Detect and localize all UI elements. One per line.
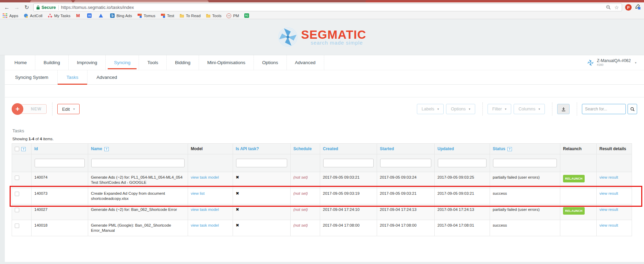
row-checkbox[interactable] xyxy=(15,176,19,180)
col-header-started[interactable]: Started xyxy=(377,144,435,154)
address-bar[interactable]: Secure https://tomus.segmatic.io/tasks/i… xyxy=(33,3,622,11)
bookmark-bing-ads[interactable]: bBing Ads xyxy=(110,13,132,18)
filter-input-updated[interactable] xyxy=(438,159,487,167)
view-model-link[interactable]: view task model xyxy=(191,207,219,212)
user-name: Z-ManualQA-#062 xyxy=(597,59,631,63)
export-download-button[interactable] xyxy=(557,104,570,114)
subtab-syncing-system[interactable]: Syncing System xyxy=(6,70,58,84)
col-header-is_api[interactable]: Is API task? xyxy=(233,144,291,154)
tab-syncing[interactable]: Syncing xyxy=(106,55,139,70)
bookmark-to-read[interactable]: To Read xyxy=(179,13,201,18)
subtab-advanced[interactable]: Advanced xyxy=(87,70,126,84)
table-header-row: ?IdName?ModelIs API task?ScheduleCreated… xyxy=(12,144,632,154)
col-header-status[interactable]: Status? xyxy=(490,144,560,154)
cell-started: 2017-09-04 17:08:00 xyxy=(377,220,435,236)
bookmark-gmail[interactable]: M xyxy=(75,13,82,18)
user-menu[interactable]: Z-ManualQA-#062 #280 ▾ xyxy=(587,55,636,70)
edit-button-label: Edit xyxy=(62,107,70,112)
bookmark-test[interactable]: Test xyxy=(161,13,174,18)
relaunch-button[interactable]: RELAUNCH xyxy=(563,207,585,215)
col-header-updated[interactable]: Updated xyxy=(435,144,490,154)
bookmark-tc[interactable]: TC xyxy=(244,13,251,18)
columns-button[interactable]: Columns▾ xyxy=(514,104,545,114)
calendar-icon: 31 xyxy=(87,13,92,18)
cell-is-api: ✖ xyxy=(233,172,291,188)
tab-tools[interactable]: Tools xyxy=(139,55,167,70)
segmatic-logo[interactable]: SEGMATIC search made simple xyxy=(278,27,366,47)
search-button[interactable] xyxy=(628,104,637,114)
tab-improving[interactable]: Improving xyxy=(69,55,106,70)
view-model-link[interactable]: view list xyxy=(191,191,204,195)
browser-tab[interactable] xyxy=(30,0,72,2)
labels-button[interactable]: Labels▾ xyxy=(417,104,444,114)
help-icon[interactable]: ? xyxy=(104,147,109,151)
cell-updated: 2017-09-05 09:03:21 xyxy=(435,188,490,204)
url-text[interactable]: https://tomus.segmatic.io/tasks/index xyxy=(61,5,604,10)
filter-input-created[interactable] xyxy=(323,159,374,167)
help-icon[interactable]: ? xyxy=(21,147,26,151)
filter-cell-started xyxy=(377,154,435,172)
select-all-checkbox[interactable] xyxy=(15,147,19,151)
brand-name: SEGMATIC xyxy=(301,29,366,40)
col-header-name[interactable]: Name? xyxy=(88,144,188,154)
tab-bidding[interactable]: Bidding xyxy=(167,55,199,70)
zoom-out-icon[interactable] xyxy=(606,5,611,10)
view-result-link[interactable]: view result xyxy=(599,207,618,212)
browser-tab-active[interactable] xyxy=(365,0,644,2)
bookmark-tomus[interactable]: Tomus xyxy=(137,13,155,18)
filter-button[interactable]: Filter▾ xyxy=(488,104,511,114)
face-icon xyxy=(226,13,231,18)
view-model-link[interactable]: view task model xyxy=(191,175,219,179)
schedule-value: (not set) xyxy=(293,207,308,212)
bookmark-tools[interactable]: Tools xyxy=(206,13,222,18)
secure-badge[interactable]: Secure xyxy=(36,5,56,10)
tab-advanced[interactable]: Advanced xyxy=(287,55,324,70)
row-checkbox[interactable] xyxy=(15,208,19,212)
labels-label: Labels xyxy=(422,107,434,111)
bookmark-my-tasks[interactable]: My Tasks xyxy=(48,13,71,18)
bookmark-star-icon[interactable]: ☆ xyxy=(614,4,619,11)
dot xyxy=(3,13,4,14)
filter-input-status[interactable] xyxy=(493,159,557,167)
extension-p-icon[interactable]: P xyxy=(625,4,632,11)
new-button[interactable]: NEW + xyxy=(12,103,47,115)
options-button[interactable]: Options▾ xyxy=(446,104,475,114)
tab-options[interactable]: Options xyxy=(254,55,287,70)
col-header-schedule[interactable]: Schedule xyxy=(291,144,320,154)
row-checkbox[interactable] xyxy=(15,192,19,196)
tab-home[interactable]: Home xyxy=(6,55,35,70)
tab-building[interactable]: Building xyxy=(35,55,69,70)
cell-model: view task model xyxy=(188,172,233,188)
task-row-140018: 140018Generate PML (Google): Ban_062_Sho… xyxy=(12,220,632,236)
bookmark-actcoll[interactable]: ActColl xyxy=(23,13,42,18)
help-icon[interactable]: ? xyxy=(507,147,512,151)
relaunch-button[interactable]: RELAUNCH xyxy=(563,175,585,182)
row-checkbox[interactable] xyxy=(15,224,19,228)
back-icon[interactable]: ← xyxy=(3,4,10,11)
edit-button[interactable]: Edit ▾ xyxy=(57,104,80,114)
cell-result: view result xyxy=(597,172,632,188)
cell-created: 2017-09-04 17:08:00 xyxy=(320,220,377,236)
filter-input-started[interactable] xyxy=(380,159,431,167)
filter-input-is_api[interactable] xyxy=(236,159,287,167)
view-result-link[interactable]: view result xyxy=(599,191,618,195)
tab-mini-optimisations[interactable]: Mini-Optimisations xyxy=(199,55,254,70)
filter-input-name[interactable] xyxy=(91,159,185,167)
search-input[interactable] xyxy=(582,104,626,114)
bookmark-calendar[interactable]: 31 xyxy=(87,13,93,18)
col-header-id[interactable]: Id xyxy=(32,144,88,154)
col-label-is_api: Is API task? xyxy=(236,146,259,151)
filter-input-id[interactable] xyxy=(35,159,85,167)
view-result-link[interactable]: view result xyxy=(599,223,618,227)
browser-tab[interactable] xyxy=(74,0,209,2)
bookmark-apps[interactable]: Apps xyxy=(3,13,18,18)
view-model-link[interactable]: view task model xyxy=(191,223,219,227)
subtab-tasks[interactable]: Tasks xyxy=(58,70,88,84)
cell-schedule: (not set) xyxy=(291,220,320,236)
reload-icon[interactable]: ↻ xyxy=(23,4,30,11)
bookmark-pm[interactable]: PM xyxy=(226,13,239,18)
view-result-link[interactable]: view result xyxy=(599,175,618,179)
bookmark-analytics[interactable] xyxy=(98,13,105,18)
eyedropper-icon[interactable] xyxy=(635,4,641,11)
col-header-created[interactable]: Created xyxy=(320,144,377,154)
